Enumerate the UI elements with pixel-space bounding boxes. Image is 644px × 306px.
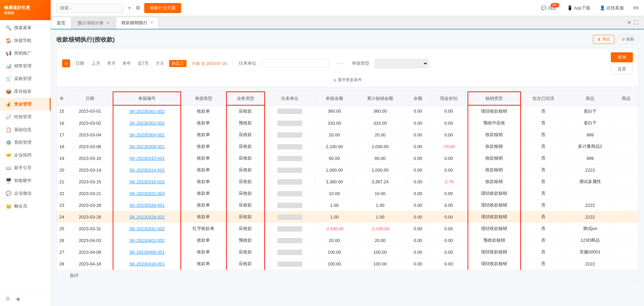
sidebar-item-销售管理[interactable]: 📊 销售管理 (0, 60, 51, 72)
tab-collection[interactable]: 收款核销执行 ✕ (116, 17, 159, 29)
cell-bill-no: SK-20230418-001 (113, 258, 181, 270)
topbar-app-download[interactable]: 📱 App下载 (567, 5, 590, 11)
cell-cash-discount: 0.00 (430, 246, 468, 258)
bill-no-link[interactable]: SK-20230314-001 (129, 168, 165, 173)
sidebar-item-库存核算[interactable]: 📦 库存核算 (0, 85, 51, 98)
filter-settings-btn[interactable]: 设置 (611, 64, 633, 74)
cell-product2 (614, 141, 638, 152)
sidebar-item-资金管理[interactable]: 💰 资金管理 (0, 98, 51, 111)
cell-amount: 1.00 (315, 199, 354, 211)
bill-no-link[interactable]: SK-20230304-001 (129, 132, 165, 137)
cell-write-off-type: 收款核销 (468, 176, 521, 188)
sidebar-icon: 🔍 (5, 25, 11, 31)
cell-date: 2023-03-28 (67, 211, 113, 223)
sidebar-item-搜索菜单[interactable]: 🔍 搜索菜单 (0, 21, 51, 34)
topbar-msg[interactable]: 💬 消息 99+ (541, 5, 556, 11)
cell-include-settled: 否 (521, 152, 566, 164)
filter-7days[interactable]: 近7天 (136, 60, 151, 67)
bill-no-link[interactable]: SK-20230315-002 (129, 179, 165, 184)
topbar-online-service[interactable]: 👤 在线客服 (600, 5, 624, 11)
bill-no-link[interactable]: SK-20230403-002 (129, 238, 165, 243)
cell-cash-discount: 0.00 (430, 129, 468, 141)
filter-this-year[interactable]: 本年 (120, 60, 133, 67)
bill-no-link[interactable]: SK-20230321-003 (129, 191, 165, 196)
tab-prepay[interactable]: 预计冲应付单 ✕ (72, 17, 115, 29)
filter-more[interactable]: 更多 (154, 60, 166, 67)
sidebar-item-经营管理[interactable]: 📈 经营管理 (0, 111, 51, 123)
cell-date: 2023-04-03 (67, 235, 113, 246)
cell-bill-no: SK-20230304-001 (113, 129, 181, 141)
sidebar-item-智能硬件[interactable]: 🖥️ 智能硬件 (0, 174, 51, 187)
table-header-row: ⚙ 日期 单据编号 单据类型 业务类型 往来单位 单据金额 累计核销金额 余额 … (57, 92, 638, 105)
bill-no-link[interactable]: SK-20230301-002 (129, 109, 165, 114)
sidebar-item-系统管理[interactable]: ⚙️ 系统管理 (0, 136, 51, 149)
cell-written-off: 3,387.24 (354, 176, 406, 188)
cell-product2 (614, 176, 638, 188)
filter-row: » 日期 上月 本月 本年 近7天 更多 自定义 不限 至 2023-07-26… (62, 52, 633, 74)
cell-biz-type: 应收款 (226, 246, 265, 258)
sidebar-item-采购管理[interactable]: 🛒 采购管理 (0, 72, 51, 85)
cell-bill-type: 收款单 (181, 176, 226, 188)
collapse-icon[interactable]: ◀ (15, 296, 19, 302)
cell-amount: 20.00 (315, 235, 354, 246)
filter-expand-row[interactable]: ∨ 展开更多条件 (62, 77, 633, 83)
cell-product1: 老白干 (566, 117, 614, 129)
refresh-btn[interactable]: ↺ 刷新 (617, 35, 639, 44)
cell-amount: 3,390.00 (315, 176, 354, 188)
cell-write-off-type: 现结收款核销 (468, 258, 521, 270)
cell-written-off: 1,000.00 (354, 164, 406, 176)
cell-balance: 0.00 (406, 117, 430, 129)
tab-collection-close[interactable]: ✕ (150, 20, 153, 25)
th-bill-no: 单据编号 (113, 92, 181, 105)
sidebar-item-快捷导航[interactable]: 🏠 快捷导航 (0, 34, 51, 47)
query-btn[interactable]: 查询 (611, 52, 633, 62)
cell-unit: ████████ (265, 141, 315, 152)
table-container: ⚙ 日期 单据编号 单据类型 业务类型 往来单位 单据金额 累计核销金额 余额 … (56, 91, 639, 282)
topbar-search-input[interactable] (56, 3, 123, 13)
filter-last-month[interactable]: 上月 (90, 60, 102, 67)
cell-cash-discount: 0.00 (430, 188, 468, 199)
topbar-gear-icon[interactable]: ⚙ (136, 5, 140, 11)
bill-no-link[interactable]: SK-20230328-002 (129, 215, 165, 220)
cell-no: 21 (57, 176, 67, 188)
sidebar-item-label: 智能硬件 (14, 178, 32, 184)
settings-icon[interactable]: ⚙ (5, 296, 10, 302)
industry-btn[interactable]: 体验行业方案 (144, 3, 181, 13)
tab-maximize-btn[interactable]: ⛶ (634, 20, 639, 25)
cell-product1: 2222 (566, 164, 614, 176)
date-range-display: 不限 至 2023-07-26 (192, 60, 227, 67)
sidebar-item-畅会员[interactable]: 👑 畅会员 (0, 200, 51, 212)
sidebar-item-基础信息[interactable]: 📋 基础信息 (0, 123, 51, 136)
sidebar-item-营销推广[interactable]: 📢 营销推广 (0, 47, 51, 60)
bill-type-filter-select[interactable] (375, 59, 428, 68)
filter-custom[interactable]: 自定义 (169, 60, 186, 67)
cell-written-off: -2,430.00 (354, 223, 406, 235)
tab-prepay-close[interactable]: ✕ (106, 21, 109, 25)
th-date: 日期 (67, 92, 113, 105)
sidebar-item-企业微信[interactable]: 💬 企业微信 (0, 187, 51, 200)
filter-this-month[interactable]: 本月 (105, 60, 118, 67)
sidebar-item-企业协同[interactable]: 🤝 企业协同 (0, 149, 51, 162)
cell-biz-type: 预收款 (226, 235, 265, 246)
cell-biz-type: 应收款 (226, 129, 265, 141)
bill-no-link[interactable]: SK-20230408-001 (129, 250, 165, 255)
export-icon: ⬆ (597, 37, 601, 42)
filter-expand-btn[interactable]: » (62, 59, 70, 67)
sidebar-item-新手引导[interactable]: 📖 新手引导 (0, 162, 51, 174)
app-icon: 📱 (567, 5, 573, 10)
bill-no-link[interactable]: SK-20230310-001 (129, 156, 165, 161)
unit-filter-input[interactable] (262, 59, 329, 68)
bill-no-link[interactable]: SK-20230331-002 (129, 226, 165, 231)
bill-no-link[interactable]: SK-20230302-002 (129, 121, 165, 126)
export-btn[interactable]: ⬆ 导出 (593, 35, 614, 44)
tab-home[interactable]: 首页 (51, 17, 71, 29)
th-write-off-type: 核销类型 (468, 92, 521, 105)
topbar-chevron-icon[interactable]: ▼ (127, 6, 131, 10)
tab-close-all-btn[interactable]: ✕ (627, 20, 631, 25)
bill-no-link[interactable]: SK-20230418-001 (129, 261, 165, 266)
cell-written-off: 100.00 (354, 246, 406, 258)
table-row: 27 2023-04-08 SK-20230408-001 收款单 应收款 ██… (57, 246, 638, 258)
bill-no-link[interactable]: SK-20230328-001 (129, 203, 165, 208)
bill-type-filter-label: 单据类型 (352, 60, 369, 66)
bill-no-link[interactable]: SK-20230308-001 (129, 144, 165, 149)
